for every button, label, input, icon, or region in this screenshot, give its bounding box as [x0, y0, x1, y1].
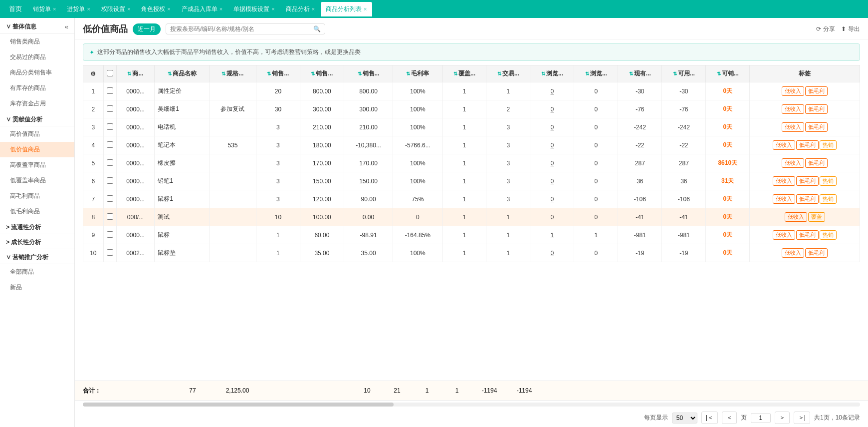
cell-view1[interactable]: 0 — [530, 118, 574, 136]
col-trade[interactable]: ⇅交易... — [486, 65, 530, 82]
col-qty[interactable]: ⇅销售... — [256, 65, 300, 82]
cell-checkbox[interactable] — [103, 190, 116, 208]
col-avail[interactable]: ⇅可用... — [662, 65, 706, 82]
view1-link[interactable]: 1 — [551, 232, 554, 239]
cell-checkbox[interactable] — [103, 100, 116, 118]
col-stock[interactable]: ⇅现有... — [618, 65, 662, 82]
sidebar-item-high-value[interactable]: 高价值商品 — [0, 126, 74, 142]
nav-close-roles[interactable]: × — [167, 6, 170, 12]
row-checkbox[interactable] — [107, 195, 113, 202]
cell-checkbox[interactable] — [103, 226, 116, 244]
sidebar-item-sales-category[interactable]: 销售类商品 — [0, 34, 74, 49]
cell-checkbox[interactable] — [103, 118, 116, 136]
cell-checkbox[interactable] — [103, 82, 116, 100]
sidebar-collapse-btn[interactable]: « — [63, 22, 70, 31]
last-page-btn[interactable]: ＞| — [794, 412, 810, 424]
sidebar-item-low-margin[interactable]: 低毛利商品 — [0, 204, 74, 219]
nav-item-home[interactable]: 首页 — [4, 1, 27, 16]
view1-link[interactable]: 0 — [551, 178, 554, 185]
cell-view1[interactable]: 0 — [530, 208, 574, 226]
view1-link[interactable]: 0 — [551, 124, 554, 131]
row-checkbox[interactable] — [107, 123, 113, 130]
export-button[interactable]: ⬆ 导出 — [841, 25, 860, 33]
row-checkbox[interactable] — [107, 249, 113, 256]
sidebar-item-all-products[interactable]: 全部商品 — [0, 264, 74, 280]
nav-item-analysis-list[interactable]: 商品分析列表 × — [321, 2, 372, 16]
cell-checkbox[interactable] — [103, 208, 116, 226]
sidebar-item-traded[interactable]: 交易过的商品 — [0, 49, 74, 65]
col-sellable[interactable]: ⇅可销... — [706, 65, 750, 82]
cell-view1[interactable]: 0 — [530, 154, 574, 172]
row-checkbox[interactable] — [107, 213, 113, 220]
view1-link[interactable]: 0 — [551, 142, 554, 149]
sidebar-item-high-margin[interactable]: 高毛利商品 — [0, 188, 74, 204]
col-view1[interactable]: ⇅浏览... — [530, 65, 574, 82]
view1-link[interactable]: 0 — [551, 106, 554, 113]
nav-close-warehouse[interactable]: × — [219, 6, 222, 12]
sidebar-item-category-rate[interactable]: 商品分类销售率 — [0, 65, 74, 80]
cell-checkbox[interactable] — [103, 154, 116, 172]
col-name[interactable]: ⇅商品名称 — [155, 65, 210, 82]
scrollbar[interactable] — [83, 403, 860, 407]
nav-close-analysis-list[interactable]: × — [364, 6, 367, 12]
nav-item-perms[interactable]: 权限设置 × — [96, 2, 135, 16]
cell-view1[interactable]: 0 — [530, 100, 574, 118]
row-checkbox[interactable] — [107, 105, 113, 112]
sidebar-item-low-coverage[interactable]: 低覆盖率商品 — [0, 173, 74, 188]
nav-close-perms[interactable]: × — [127, 6, 130, 12]
row-checkbox[interactable] — [107, 231, 113, 238]
prev-page-btn[interactable]: ＜ — [722, 412, 737, 424]
col-view2[interactable]: ⇅浏览... — [574, 65, 618, 82]
nav-item-analysis[interactable]: 商品分析 × — [281, 2, 320, 16]
row-checkbox[interactable] — [107, 177, 113, 184]
nav-item-warehouse[interactable]: 产成品入库单 × — [177, 2, 227, 16]
row-checkbox[interactable] — [107, 159, 113, 166]
page-size-select[interactable]: 50 10 20 100 — [672, 413, 697, 424]
cell-view1[interactable]: 1 — [530, 226, 574, 244]
view1-link[interactable]: 0 — [551, 88, 554, 95]
col-cover[interactable]: ⇅覆盖... — [442, 65, 486, 82]
cell-checkbox[interactable] — [103, 136, 116, 154]
cell-view1[interactable]: 0 — [530, 136, 574, 154]
col-sale1[interactable]: ⇅销售... — [300, 65, 344, 82]
cell-view1[interactable]: 0 — [530, 82, 574, 100]
nav-item-roles[interactable]: 角色授权 × — [136, 2, 175, 16]
col-settings[interactable]: ⚙ — [83, 65, 104, 82]
select-all-checkbox[interactable] — [107, 70, 113, 76]
view1-link[interactable]: 0 — [551, 160, 554, 167]
nav-item-sales[interactable]: 销货单 × — [28, 2, 61, 16]
col-margin[interactable]: ⇅毛利率 — [393, 65, 442, 82]
cell-checkbox[interactable] — [103, 172, 116, 190]
sidebar-item-capital[interactable]: 库存资金占用 — [0, 96, 74, 111]
col-sale2[interactable]: ⇅销售... — [344, 65, 393, 82]
nav-close-sales[interactable]: × — [53, 6, 56, 12]
share-button[interactable]: ⟳ 分享 — [816, 25, 835, 33]
row-checkbox[interactable] — [107, 141, 113, 148]
period-button[interactable]: 近一月 — [133, 23, 161, 35]
next-page-btn[interactable]: ＞ — [775, 412, 790, 424]
view1-link[interactable]: 0 — [551, 196, 554, 203]
view1-link[interactable]: 0 — [551, 214, 554, 221]
row-checkbox[interactable] — [107, 87, 113, 94]
cell-view1[interactable]: 0 — [530, 190, 574, 208]
search-icon[interactable]: 🔍 — [313, 25, 321, 32]
first-page-btn[interactable]: |＜ — [701, 412, 718, 424]
sidebar-item-new-products[interactable]: 新品 — [0, 280, 74, 295]
col-checkbox[interactable] — [103, 65, 116, 82]
cell-view1[interactable]: 0 — [530, 172, 574, 190]
nav-item-purchase[interactable]: 进货单 × — [62, 2, 95, 16]
nav-item-templates[interactable]: 单据模板设置 × — [228, 2, 279, 16]
sidebar-item-low-value[interactable]: 低价值商品 — [0, 142, 74, 157]
page-input[interactable] — [751, 413, 771, 423]
sidebar-item-in-stock[interactable]: 有库存的商品 — [0, 80, 74, 96]
nav-close-templates[interactable]: × — [271, 6, 274, 12]
nav-close-analysis[interactable]: × — [312, 6, 315, 12]
view1-link[interactable]: 0 — [551, 250, 554, 257]
col-spec[interactable]: ⇅规格... — [209, 65, 256, 82]
col-code[interactable]: ⇅商... — [116, 65, 155, 82]
cell-view1[interactable]: 0 — [530, 244, 574, 262]
search-input[interactable] — [170, 25, 310, 32]
nav-close-purchase[interactable]: × — [87, 6, 90, 12]
cell-checkbox[interactable] — [103, 244, 116, 262]
sidebar-item-high-coverage[interactable]: 高覆盖率商品 — [0, 157, 74, 173]
